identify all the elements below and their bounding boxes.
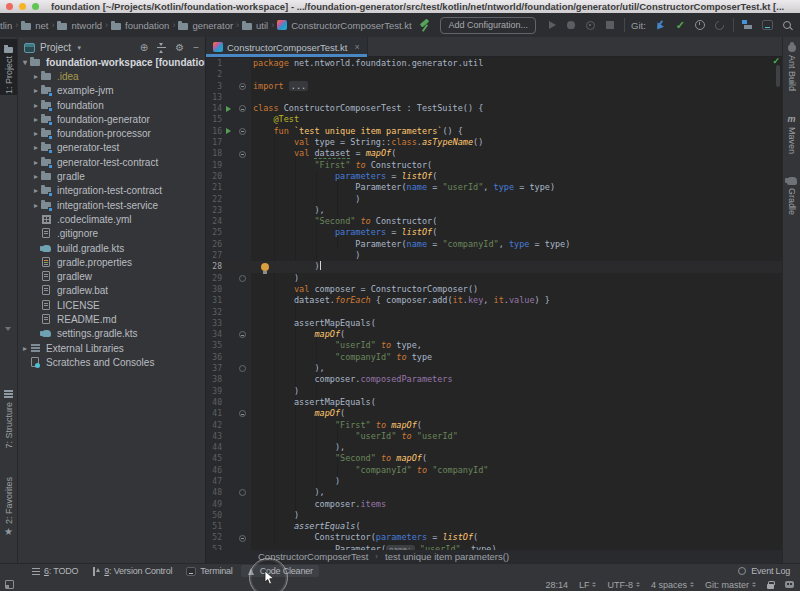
terminal-icon[interactable]: [762, 20, 773, 30]
build-project-icon[interactable]: [419, 19, 432, 32]
nav-crumb[interactable]: foundation›: [111, 20, 178, 31]
code-text[interactable]: [251, 307, 253, 318]
tree-item[interactable]: settings.gradle.kts: [18, 327, 205, 341]
code-text[interactable]: "First" to Constructor(: [251, 160, 432, 171]
fold-marker-icon[interactable]: [239, 105, 246, 112]
fold-marker-icon[interactable]: [239, 83, 246, 90]
close-tab-icon[interactable]: ×: [354, 42, 359, 52]
run-test-icon[interactable]: [226, 106, 231, 112]
nav-crumb[interactable]: net›: [21, 20, 57, 31]
code-text[interactable]: ): [251, 194, 360, 205]
run-test-icon[interactable]: [226, 128, 231, 134]
search-everywhere-icon[interactable]: [783, 21, 791, 29]
code-text[interactable]: class ConstructorComposerTest : TestSuit…: [251, 103, 483, 114]
tree-expand-arrow[interactable]: ▸: [31, 201, 41, 210]
inspections-ok-icon[interactable]: ✓: [772, 58, 780, 66]
breadcrumb-method[interactable]: test unique item parameters(): [385, 551, 509, 562]
code-text[interactable]: val type = String::class.asTypeName(): [251, 137, 483, 148]
tree-item[interactable]: Scratches and Consoles: [18, 355, 205, 369]
tree-expand-arrow[interactable]: ▾: [20, 58, 30, 67]
nav-crumb[interactable]: util›: [242, 20, 277, 31]
fold-marker-icon[interactable]: [239, 128, 246, 135]
tree-item[interactable]: ▸example-jvm: [18, 84, 205, 98]
tree-expand-arrow[interactable]: ▸: [31, 143, 41, 152]
code-text[interactable]: parameters = listOf(: [251, 227, 437, 238]
code-text[interactable]: ),: [251, 487, 325, 498]
tree-item[interactable]: README.md: [18, 312, 205, 326]
line-separator-selector[interactable]: LF: [579, 580, 597, 590]
code-text[interactable]: "userId" to type,: [251, 340, 422, 351]
minimize-window-button[interactable]: [19, 3, 26, 10]
tree-expand-arrow[interactable]: ▸: [31, 172, 41, 181]
nav-crumb-file[interactable]: ConstructorComposerTest.kt: [277, 20, 411, 31]
tree-item[interactable]: ▸integration-test-contract: [18, 184, 205, 198]
tree-expand-arrow[interactable]: ▸: [20, 344, 30, 353]
chevron-down-icon[interactable]: ▼: [76, 45, 82, 51]
intention-bulb-icon[interactable]: [261, 263, 270, 275]
tree-item[interactable]: ▸generator-test-contract: [18, 155, 205, 169]
fold-marker-icon[interactable]: [239, 535, 246, 542]
code-text[interactable]: val composer = ConstructorComposer(): [251, 284, 478, 295]
code-text[interactable]: assertMapEquals(: [251, 397, 376, 408]
code-text[interactable]: ): [251, 476, 340, 487]
settings-gear-icon[interactable]: ⚙: [175, 43, 184, 53]
encoding-selector[interactable]: UTF-8: [607, 580, 640, 590]
code-text[interactable]: Parameter(name = "companyId", type = typ…: [251, 239, 570, 250]
nav-crumb[interactable]: generator›: [178, 20, 242, 31]
tree-item[interactable]: .codeclimate.yml: [18, 212, 205, 226]
code-text[interactable]: Parameter(name = "userId", type = type): [251, 182, 555, 193]
tree-item[interactable]: LICENSE: [18, 298, 205, 312]
code-text[interactable]: "Second" to Constructor(: [251, 216, 437, 227]
tree-item[interactable]: ▸gradle: [18, 169, 205, 183]
nav-crumb[interactable]: kotlin›: [0, 20, 21, 31]
maximize-window-button[interactable]: [32, 3, 39, 10]
tree-expand-arrow[interactable]: ▸: [31, 129, 41, 138]
stop-icon[interactable]: [606, 21, 614, 29]
sidebar-tab-maven[interactable]: m Maven: [783, 111, 800, 154]
add-configuration-button[interactable]: Add Configuration...: [440, 17, 536, 34]
collapse-all-icon[interactable]: [157, 43, 166, 53]
event-log-button[interactable]: Event Log: [738, 566, 790, 576]
tree-item[interactable]: gradle.properties: [18, 255, 205, 269]
tree-expand-arrow[interactable]: ▸: [31, 86, 41, 95]
code-text[interactable]: "Second" to mapOf(: [251, 453, 427, 464]
code-text[interactable]: ): [251, 250, 360, 261]
tree-item[interactable]: ▸.idea: [18, 69, 205, 83]
toolwindow-button-todo[interactable]: 6: TODO: [32, 566, 78, 576]
lock-icon[interactable]: [767, 584, 774, 589]
code-text[interactable]: @Test: [251, 114, 299, 125]
tree-item[interactable]: ▾foundation-workspace [foundation-worksp…: [18, 55, 205, 69]
code-text[interactable]: composer.composedParameters: [251, 374, 453, 385]
fold-marker-icon[interactable]: [239, 151, 246, 158]
debug-icon[interactable]: [567, 21, 575, 29]
code-text[interactable]: "First" to mapOf(: [251, 420, 422, 431]
code-text[interactable]: ),: [251, 363, 325, 374]
project-panel-title[interactable]: Project: [40, 42, 71, 53]
code-text[interactable]: assertMapEquals(: [251, 318, 376, 329]
code-text[interactable]: mapOf(: [251, 329, 345, 340]
sidebar-tab-project[interactable]: 1: Project: [0, 39, 17, 95]
fold-end-icon[interactable]: [239, 489, 246, 496]
tree-expand-arrow[interactable]: ▸: [31, 72, 41, 81]
run-icon[interactable]: [549, 21, 556, 29]
tree-item[interactable]: ▸External Libraries: [18, 341, 205, 355]
code-text[interactable]: dataset.forEach { composer.add(it.key, i…: [251, 295, 550, 306]
code-text[interactable]: assertEquals(: [251, 521, 361, 532]
code-text[interactable]: Constructor(parameters = listOf(: [251, 532, 478, 543]
toolwindow-button-version-control[interactable]: 9: Version Control: [92, 566, 172, 576]
tree-expand-arrow[interactable]: ▸: [31, 115, 41, 124]
close-window-button[interactable]: [6, 3, 13, 10]
code-text[interactable]: composer.items: [251, 499, 386, 510]
tree-item[interactable]: ▸integration-test-service: [18, 198, 205, 212]
tree-expand-arrow[interactable]: ▸: [31, 101, 41, 110]
code-text[interactable]: mapOf(: [251, 408, 345, 419]
code-text[interactable]: [251, 92, 253, 103]
tree-expand-arrow[interactable]: ▸: [31, 186, 41, 195]
project-structure-icon[interactable]: [742, 20, 753, 30]
code-text[interactable]: ): [251, 386, 299, 397]
code-text[interactable]: val dataset = mapOf(: [251, 148, 396, 159]
code-text[interactable]: ): [251, 510, 299, 521]
code-text[interactable]: [251, 69, 253, 80]
code-text[interactable]: ),: [251, 205, 325, 216]
code-text[interactable]: ): [251, 273, 299, 284]
